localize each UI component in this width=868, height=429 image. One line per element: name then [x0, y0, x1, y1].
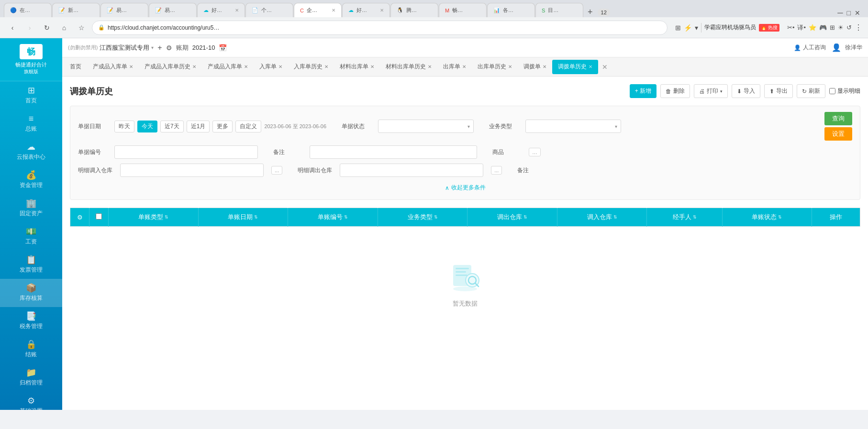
menu-btn[interactable]: ⋮	[855, 23, 862, 32]
calendar-icon[interactable]: 📅	[219, 44, 227, 52]
date-custom[interactable]: 自定义	[235, 121, 261, 132]
sidebar-item-assets[interactable]: 🏢 固定资产	[0, 194, 62, 222]
sidebar-item-funds[interactable]: 💰 资金管理	[0, 166, 62, 194]
forward-btn[interactable]: ›	[23, 21, 36, 34]
sidebar-item-inventory[interactable]: 📦 库存核算	[0, 279, 62, 307]
close-all-tabs-btn[interactable]: ✕	[602, 63, 608, 71]
detail-out-input[interactable]	[340, 164, 483, 177]
user-info[interactable]: 👤 徐泽华	[832, 43, 862, 52]
page-tab-inbound-hist[interactable]: 入库单历史 ✕	[288, 60, 334, 74]
minimize-btn[interactable]: ─	[837, 9, 843, 17]
new-tab-btn[interactable]: +	[586, 7, 595, 17]
browser-tab-8[interactable]: ☁ 好… ✕	[342, 3, 390, 17]
col-transfer-out[interactable]: 调出仓库 ⇅	[467, 208, 557, 227]
maximize-btn[interactable]: □	[847, 9, 851, 17]
display-toggle-checkbox[interactable]	[829, 88, 835, 94]
col-handler[interactable]: 经手人 ⇅	[647, 208, 722, 227]
detail-in-btn[interactable]: ...	[271, 166, 282, 175]
col-bill-date[interactable]: 单账日期 ⇅	[198, 208, 288, 227]
col-checkbox[interactable]	[89, 208, 109, 227]
add-company-btn[interactable]: +	[157, 44, 162, 52]
browser-tab-1[interactable]: 🔵 在…	[4, 3, 52, 17]
company-dropdown-icon[interactable]: ▾	[151, 45, 154, 50]
browser-tab-3[interactable]: 📝 易…	[100, 3, 148, 17]
refresh-nav-btn[interactable]: ↻	[40, 21, 54, 34]
status-select[interactable]	[378, 120, 474, 133]
page-tab-outbound[interactable]: 出库单 ✕	[437, 60, 472, 74]
tool6[interactable]: ☀	[838, 24, 844, 31]
detail-in-input[interactable]	[120, 164, 264, 177]
page-tab-transfer-hist[interactable]: 调拨单历史 ✕	[552, 60, 598, 74]
date-1month[interactable]: 近1月	[187, 121, 210, 132]
browser-tab-12[interactable]: S 目…	[535, 3, 583, 17]
delete-btn[interactable]: 🗑 删除	[660, 84, 690, 98]
close-tab-10[interactable]: ✕	[543, 64, 546, 69]
sidebar-item-close[interactable]: 🔒 结账	[0, 335, 62, 363]
page-tab-inbound[interactable]: 入库单 ✕	[254, 60, 288, 74]
extensions-btn[interactable]: ⊞	[675, 24, 681, 32]
close-tab-7[interactable]: ✕	[428, 64, 432, 69]
page-tab-outbound-hist[interactable]: 出库单历史 ✕	[472, 60, 518, 74]
page-tab-product-in-hist[interactable]: 产成品入库单历史 ✕	[139, 60, 202, 74]
browser-tab-2[interactable]: 📝 新…	[52, 3, 100, 17]
date-today[interactable]: 今天	[137, 121, 157, 132]
refresh-btn[interactable]: ↻ 刷新	[797, 84, 825, 98]
display-toggle[interactable]: 显示明细	[829, 87, 860, 95]
gear-settings-btn[interactable]: ⚙	[166, 44, 172, 52]
col-transfer-in[interactable]: 调入仓库 ⇅	[557, 208, 647, 227]
company-selector[interactable]: (勿删勿禁用) 江西服宝测试专用 ▾	[68, 44, 154, 52]
goods-select-btn[interactable]: …	[529, 148, 541, 156]
home-btn[interactable]: ⌂	[57, 21, 71, 34]
import-btn[interactable]: ⬇ 导入	[732, 84, 760, 98]
close-tab-8[interactable]: ✕	[462, 64, 466, 69]
close-tab-1[interactable]: ✕	[129, 64, 133, 69]
print-dropdown-icon[interactable]: ▾	[720, 89, 723, 94]
sidebar-item-settings[interactable]: ⚙ 基础设置	[0, 392, 62, 410]
date-7days[interactable]: 近7天	[160, 121, 184, 132]
detail-out-btn[interactable]: ...	[491, 166, 502, 175]
close-tab-11[interactable]: ✕	[589, 64, 592, 69]
collapse-filters-btn[interactable]: ∧ 收起更多条件	[78, 182, 852, 194]
col-gear[interactable]: ⚙	[70, 208, 89, 227]
gear-col-icon[interactable]: ⚙	[77, 214, 83, 221]
page-tab-material-out[interactable]: 材料出库单 ✕	[334, 60, 380, 74]
tool4[interactable]: 🎮	[819, 24, 827, 31]
close-tab-5[interactable]: ✕	[324, 64, 328, 69]
sidebar-item-invoice[interactable]: 📋 发票管理	[0, 251, 62, 279]
page-tab-product-in2[interactable]: 产成品入库单 ✕	[202, 60, 254, 74]
sidebar-item-reports[interactable]: ☁ 云报表中心	[0, 138, 62, 166]
browser-tab-4[interactable]: 📝 易…	[149, 3, 197, 17]
tool1[interactable]: ✂•	[787, 24, 795, 31]
query-btn[interactable]: 查询	[824, 112, 852, 125]
tool5[interactable]: ⊞	[830, 24, 835, 31]
tool3[interactable]: ⭐	[809, 24, 816, 31]
lightning-btn[interactable]: ⚡	[684, 24, 692, 32]
browser-tab-active[interactable]: C 企… ✕	[294, 3, 342, 17]
browser-tab-10[interactable]: M 畅…	[439, 3, 487, 17]
browser-tab-6[interactable]: 📄 个…	[245, 3, 293, 17]
col-bill-no[interactable]: 单账编号 ⇅	[288, 208, 378, 227]
bill-no-input[interactable]	[114, 145, 258, 159]
bookmark-btn[interactable]: ☆	[75, 21, 88, 34]
close-tab-9[interactable]: ✕	[508, 64, 512, 69]
page-tab-home[interactable]: 首页	[64, 60, 87, 74]
sidebar-item-payroll[interactable]: 💵 工资	[0, 222, 62, 251]
browser-tab-5[interactable]: ☁ 好… ✕	[197, 3, 245, 17]
close-tab-4[interactable]: ✕	[278, 64, 282, 69]
date-yesterday[interactable]: 昨天	[114, 121, 134, 132]
dropdown-btn[interactable]: ▾	[695, 24, 698, 32]
page-tab-transfer[interactable]: 调拨单 ✕	[518, 60, 552, 74]
sidebar-item-ledger[interactable]: ≡ 总账	[0, 110, 62, 138]
note-input[interactable]	[310, 145, 477, 159]
date-more[interactable]: 更多	[212, 121, 233, 132]
business-type-select[interactable]	[525, 120, 621, 133]
page-tab-product-in[interactable]: 产成品入库单 ✕	[87, 60, 139, 74]
browser-tab-9[interactable]: 🐧 腾…	[390, 3, 438, 17]
close-tab-2[interactable]: ✕	[192, 64, 196, 69]
browser-tab-11[interactable]: 📊 各…	[487, 3, 535, 17]
col-biz-type[interactable]: 业务类型 ⇅	[378, 208, 467, 227]
select-all-checkbox[interactable]	[96, 213, 102, 220]
new-btn[interactable]: + 新增	[630, 84, 657, 98]
tool2[interactable]: 译•	[797, 23, 806, 32]
tool7[interactable]: ↺	[846, 24, 852, 31]
